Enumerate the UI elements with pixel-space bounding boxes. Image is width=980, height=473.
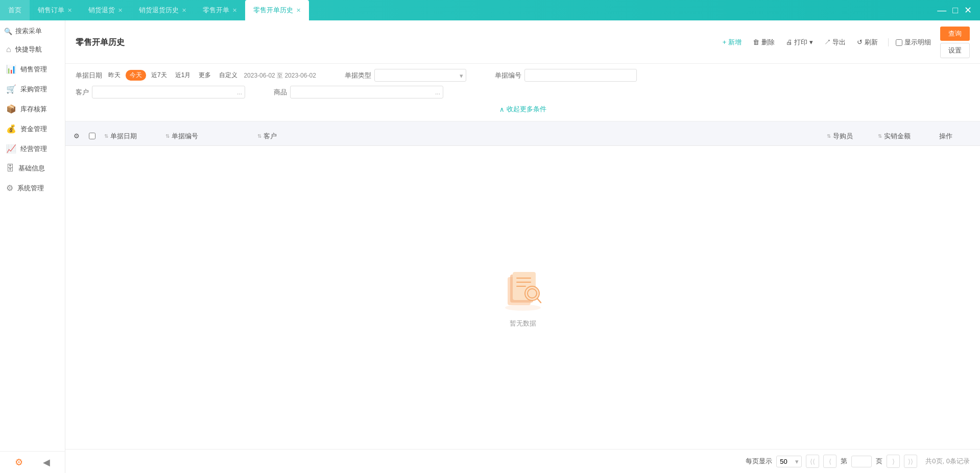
tab-retail-order[interactable]: 零售开单 ✕	[195, 0, 245, 20]
sort-amount-icon: ⇅	[878, 133, 882, 139]
bill-type-label: 单据类型	[345, 71, 371, 80]
collapse-filter-btn[interactable]: ∧ 收起更多条件	[76, 103, 970, 116]
tab-sales-order-close[interactable]: ✕	[67, 7, 72, 14]
tab-sales-return-label: 销货退货	[88, 6, 115, 15]
refresh-button[interactable]: ↺ 刷新	[854, 36, 881, 49]
print-button[interactable]: 🖨 打印 ▾	[783, 36, 816, 49]
sidebar-item-purchase-label: 采购管理	[20, 85, 47, 94]
sidebar-item-purchase[interactable]: 🛒 采购管理	[0, 79, 65, 99]
action-buttons: 查询 设置	[940, 27, 970, 58]
export-button[interactable]: ↗ 导出	[821, 36, 849, 49]
sidebar-item-basic-info[interactable]: 🗄 基础信息	[0, 159, 65, 178]
filter-row-2: 客户 ... 商品 ...	[76, 86, 970, 98]
th-customer[interactable]: ⇅ 客户	[253, 132, 823, 141]
date-btn-7days[interactable]: 近7天	[148, 70, 170, 81]
sidebar-item-sales[interactable]: 📊 销售管理	[0, 59, 65, 79]
sidebar: 🔍 搜索采单 ⌂ 快捷导航 📊 销售管理 🛒 采购管理 📦 库存核算 💰 资金管…	[0, 20, 65, 473]
goods-more-btn[interactable]: ...	[435, 89, 440, 96]
th-date[interactable]: ⇅ 单据日期	[100, 132, 161, 141]
customer-filter: 客户 ...	[76, 86, 245, 98]
maximize-btn[interactable]: □	[952, 5, 958, 16]
show-detail-checkbox[interactable]: 显示明细	[896, 38, 931, 47]
sidebar-item-system[interactable]: ⚙ 系统管理	[0, 178, 65, 198]
main-layout: 🔍 搜索采单 ⌂ 快捷导航 📊 销售管理 🛒 采购管理 📦 库存核算 💰 资金管…	[0, 20, 980, 473]
th-amount[interactable]: ⇅ 实销金额	[874, 132, 935, 141]
customer-more-btn[interactable]: ...	[237, 89, 242, 96]
svg-point-0	[505, 305, 541, 311]
tab-sales-return-history[interactable]: 销货退货历史 ✕	[131, 0, 195, 20]
th-billno[interactable]: ⇅ 单据编号	[161, 132, 253, 141]
collapse-sidebar-icon[interactable]: ◀	[43, 457, 50, 468]
show-detail-input[interactable]	[896, 39, 902, 46]
th-amount-label: 实销金额	[884, 132, 911, 141]
select-all-checkbox[interactable]	[89, 133, 95, 139]
sidebar-search[interactable]: 🔍 搜索采单	[0, 20, 65, 40]
sidebar-item-basic-info-label: 基础信息	[18, 164, 45, 173]
tab-sales-return-history-close[interactable]: ✕	[182, 7, 186, 14]
customer-input-wrapper: ...	[92, 86, 245, 98]
date-btn-more[interactable]: 更多	[196, 70, 214, 81]
sidebar-item-business[interactable]: 📈 经营管理	[0, 139, 65, 159]
th-settings[interactable]: ⚙	[69, 132, 85, 140]
sort-billno-icon: ⇅	[165, 133, 170, 139]
tab-sales-return-close[interactable]: ✕	[118, 7, 123, 14]
sort-date-icon: ⇅	[104, 133, 108, 139]
page-header: 零售开单历史 + 新增 🗑 删除 🖨 打印 ▾ ↗ 导出 ↺ 刷新 显示明细 查…	[65, 20, 980, 64]
th-check[interactable]	[85, 133, 100, 139]
sidebar-item-nav[interactable]: ⌂ 快捷导航	[0, 40, 65, 59]
toolbar-divider	[888, 38, 889, 46]
page-label: 第	[841, 457, 847, 466]
sidebar-item-inventory[interactable]: 📦 库存核算	[0, 99, 65, 119]
tab-retail-order-close[interactable]: ✕	[232, 7, 237, 14]
empty-text: 暂无数据	[510, 319, 536, 328]
page-number-input[interactable]: 1	[851, 456, 872, 467]
empty-state: 暂无数据	[65, 146, 980, 449]
content-area: 零售开单历史 + 新增 🗑 删除 🖨 打印 ▾ ↗ 导出 ↺ 刷新 显示明细 查…	[65, 20, 980, 473]
query-button[interactable]: 查询	[940, 27, 970, 41]
date-label: 单据日期	[76, 71, 102, 80]
tab-retail-order-label: 零售开单	[203, 6, 229, 15]
tab-sales-return-history-label: 销货退货历史	[139, 6, 179, 15]
bill-type-select[interactable]	[374, 69, 466, 82]
date-btn-yesterday[interactable]: 昨天	[105, 70, 124, 81]
goods-filter: 商品 ...	[274, 86, 443, 98]
bill-no-input[interactable]	[524, 69, 637, 82]
empty-illustration	[497, 267, 548, 313]
pagination: 每页显示 20 50 100 200 ⟨⟨ ⟨ 第 1 页 ⟩ ⟩⟩ 共0页, …	[65, 449, 980, 473]
settings-button[interactable]: 设置	[940, 43, 970, 58]
goods-input[interactable]	[290, 86, 443, 98]
show-detail-label: 显示明细	[904, 38, 931, 47]
prev-page-btn[interactable]: ⟨	[823, 455, 836, 468]
customer-input[interactable]	[92, 86, 245, 98]
tab-retail-order-history-label: 零售开单历史	[253, 6, 293, 15]
first-page-btn[interactable]: ⟨⟨	[806, 455, 819, 468]
sidebar-item-finance[interactable]: 💰 资金管理	[0, 119, 65, 139]
tab-sales-return[interactable]: 销货退货 ✕	[80, 0, 131, 20]
tab-home[interactable]: 首页	[0, 0, 30, 20]
table-container: ⚙ ⇅ 单据日期 ⇅ 单据编号 ⇅ 客户 ⇅	[65, 127, 980, 473]
settings-bottom-icon[interactable]: ⚙	[15, 457, 23, 468]
th-salesman[interactable]: ⇅ 导购员	[823, 132, 874, 141]
tab-retail-order-history-close[interactable]: ✕	[296, 7, 301, 14]
th-salesman-label: 导购员	[833, 132, 853, 141]
window-close-btn[interactable]: ✕	[964, 5, 972, 16]
page-title: 零售开单历史	[76, 37, 125, 48]
date-btn-custom[interactable]: 自定义	[216, 70, 241, 81]
last-page-btn[interactable]: ⟩⟩	[904, 455, 917, 468]
add-button[interactable]: + 新增	[720, 36, 745, 49]
delete-button[interactable]: 🗑 删除	[750, 36, 778, 49]
svg-line-9	[537, 298, 541, 303]
minimize-btn[interactable]: —	[937, 5, 946, 16]
sort-customer-icon: ⇅	[257, 133, 261, 139]
th-billno-label: 单据编号	[172, 132, 198, 141]
next-page-btn[interactable]: ⟩	[887, 455, 900, 468]
date-btn-today[interactable]: 今天	[126, 70, 146, 81]
tab-bar: 首页 销售订单 ✕ 销货退货 ✕ 销货退货历史 ✕ 零售开单 ✕ 零售开单历史 …	[0, 0, 929, 20]
tab-sales-order[interactable]: 销售订单 ✕	[30, 0, 80, 20]
nav-icon: ⌂	[6, 45, 11, 54]
date-btn-1month[interactable]: 近1月	[172, 70, 194, 81]
collapse-arrow-icon: ∧	[499, 106, 505, 113]
tab-retail-order-history[interactable]: 零售开单历史 ✕	[245, 0, 309, 20]
per-page-select[interactable]: 20 50 100 200	[776, 456, 802, 467]
bill-no-label: 单据编号	[495, 71, 521, 80]
